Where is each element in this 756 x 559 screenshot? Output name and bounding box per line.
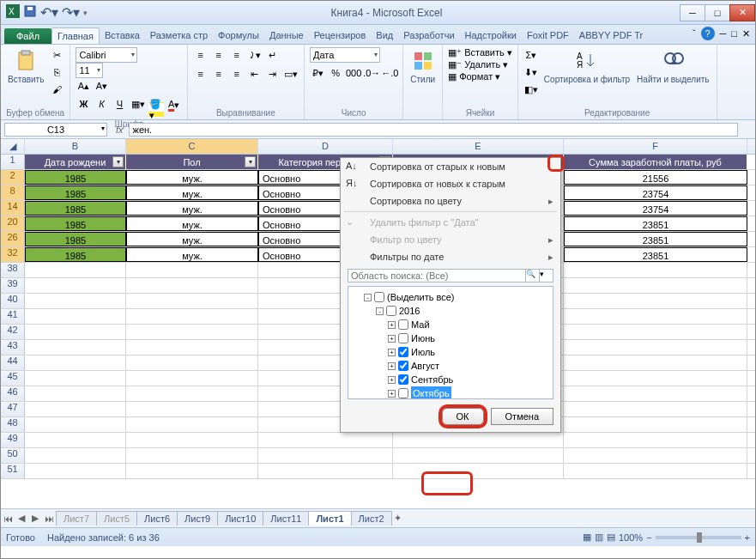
workbook-close-icon[interactable]: ✕ [742, 28, 750, 39]
row-header[interactable]: 2 [1, 170, 25, 185]
dec-decimal-icon[interactable]: ←.0 [382, 65, 397, 81]
row-header[interactable]: 50 [1, 448, 25, 463]
row-header[interactable]: 46 [1, 386, 25, 401]
sheet-tab[interactable]: Лист6 [136, 511, 178, 526]
inc-decimal-icon[interactable]: .0→ [364, 65, 379, 81]
zoom-in-icon[interactable]: + [745, 532, 750, 543]
row-header[interactable]: 20 [1, 216, 25, 231]
col-header-c[interactable]: C [126, 139, 258, 154]
delete-cells-button[interactable]: ▦⁻ Удалить ▾ [448, 59, 508, 70]
tab-формулы[interactable]: Формулы [213, 27, 264, 44]
tree-year-2016[interactable]: - 2016 [352, 304, 549, 318]
format-painter-icon[interactable]: 🖌 [49, 82, 64, 97]
sort-oldest-first[interactable]: A↓Сортировка от старых к новым [341, 158, 560, 175]
tab-nav-last-icon[interactable]: ⏭ [42, 513, 56, 524]
filter-search-input[interactable] [348, 269, 526, 283]
sheet-tab[interactable]: Лист2 [351, 511, 392, 526]
cell[interactable]: муж. [126, 170, 258, 185]
row-header[interactable]: 43 [1, 340, 25, 355]
grow-font-icon[interactable]: A▴ [76, 78, 91, 94]
merge-icon[interactable]: ▭▾ [283, 66, 299, 82]
tree-select-all[interactable]: - (Выделить все) [352, 290, 549, 304]
cell[interactable]: 1985 [25, 216, 126, 231]
row-header[interactable]: 45 [1, 371, 25, 386]
zoom-out-icon[interactable]: − [646, 532, 651, 543]
row-header[interactable]: 42 [1, 325, 25, 339]
cell[interactable]: муж. [126, 232, 258, 246]
col-header-d[interactable]: D [258, 139, 393, 154]
workbook-min-icon[interactable]: ─ [720, 28, 727, 39]
cell[interactable]: муж. [126, 185, 258, 200]
fx-icon[interactable]: fx [111, 125, 129, 135]
col-header-f[interactable]: F [564, 139, 747, 154]
font-color-icon[interactable]: A▾ [166, 98, 182, 113]
sort-filter-button[interactable]: AЯ Сортировка и фильтр [542, 47, 632, 86]
tab-разработчи[interactable]: Разработчи [398, 27, 459, 44]
tree-month[interactable]: + Май [352, 318, 549, 331]
cell[interactable]: 23851 [564, 247, 747, 262]
sort-newest-first[interactable]: Я↓Сортировка от новых к старым [341, 175, 560, 192]
row-header[interactable]: 47 [1, 402, 25, 416]
cell[interactable]: 1985 [25, 247, 126, 262]
format-cells-button[interactable]: ▦ Формат ▾ [448, 71, 500, 82]
orientation-icon[interactable]: ⤸▾ [247, 48, 263, 64]
indent-dec-icon[interactable]: ⇤ [247, 66, 263, 82]
align-middle-icon[interactable]: ≡ [211, 47, 227, 63]
accounting-icon[interactable]: ₽▾ [310, 66, 325, 82]
row-header[interactable]: 44 [1, 355, 25, 370]
minimize-ribbon-icon[interactable]: ˇ [692, 29, 695, 39]
tab-данные[interactable]: Данные [264, 27, 309, 44]
cell[interactable]: 1985 [25, 232, 126, 246]
cell[interactable]: муж. [126, 216, 258, 231]
col-header-e[interactable]: E [393, 139, 564, 154]
view-pagebreak-icon[interactable]: ▤ [607, 532, 615, 543]
sheet-tab[interactable]: Лист11 [263, 511, 309, 526]
row-header[interactable]: 38 [1, 263, 25, 277]
sort-by-color[interactable]: Сортировка по цвету▸ [341, 192, 560, 210]
sheet-tab[interactable]: Лист1 [308, 511, 351, 526]
close-button[interactable]: ✕ [729, 4, 755, 21]
tree-month[interactable]: + Август [352, 359, 549, 373]
align-center-icon[interactable]: ≡ [211, 66, 227, 82]
find-select-button[interactable]: Найти и выделить [635, 47, 711, 86]
align-left-icon[interactable]: ≡ [193, 66, 209, 82]
zoom-level[interactable]: 100% [619, 532, 643, 543]
tree-month[interactable]: + Июль [352, 345, 549, 359]
row-header[interactable]: 26 [1, 232, 25, 246]
row-header[interactable]: 48 [1, 417, 25, 432]
cell[interactable]: 21556 [564, 170, 747, 185]
search-icon[interactable]: 🔍 [526, 269, 540, 283]
font-size-combo[interactable]: 11 [76, 63, 103, 78]
tab-nav-first-icon[interactable]: ⏮ [1, 513, 15, 524]
percent-icon[interactable]: % [328, 65, 343, 81]
sheet-tab[interactable]: Лист10 [217, 511, 263, 526]
tab-вставка[interactable]: Вставка [100, 27, 145, 44]
ok-button[interactable]: ОК [442, 408, 484, 425]
fill-color-icon[interactable]: 🪣▾ [148, 102, 164, 118]
row-header[interactable]: 41 [1, 309, 25, 324]
wrap-text-icon[interactable]: ↵ [265, 48, 281, 64]
zoom-slider[interactable] [656, 536, 741, 539]
sheet-tab[interactable]: Лист9 [177, 511, 218, 526]
paste-button[interactable]: Вставить [6, 47, 45, 86]
number-format-combo[interactable]: Дата [310, 47, 380, 63]
tab-nav-next-icon[interactable]: ▶ [28, 513, 42, 524]
font-name-combo[interactable]: Calibri [76, 47, 137, 63]
qat-dropdown-icon[interactable]: ▾ [83, 9, 88, 17]
row-header[interactable]: 39 [1, 278, 25, 293]
help-icon[interactable]: ? [701, 27, 715, 40]
tab-рецензиров[interactable]: Рецензиров [309, 27, 372, 44]
cell[interactable]: 23754 [564, 201, 747, 216]
formula-input[interactable]: жен. [129, 123, 738, 137]
name-box[interactable]: C13 [4, 123, 107, 137]
workbook-restore-icon[interactable]: □ [731, 28, 737, 39]
clear-icon[interactable]: ◧▾ [523, 82, 539, 97]
cell[interactable]: 1985 [25, 185, 126, 200]
tab-nav-prev-icon[interactable]: ◀ [15, 513, 28, 524]
styles-button[interactable]: Стили [408, 47, 437, 86]
cell[interactable]: 23851 [564, 216, 747, 231]
filter-dropdown-icon[interactable]: ▾ [245, 156, 256, 167]
bold-button[interactable]: Ж [76, 96, 91, 112]
row-header[interactable]: 49 [1, 433, 25, 447]
search-dropdown-icon[interactable]: ▾ [540, 269, 553, 283]
